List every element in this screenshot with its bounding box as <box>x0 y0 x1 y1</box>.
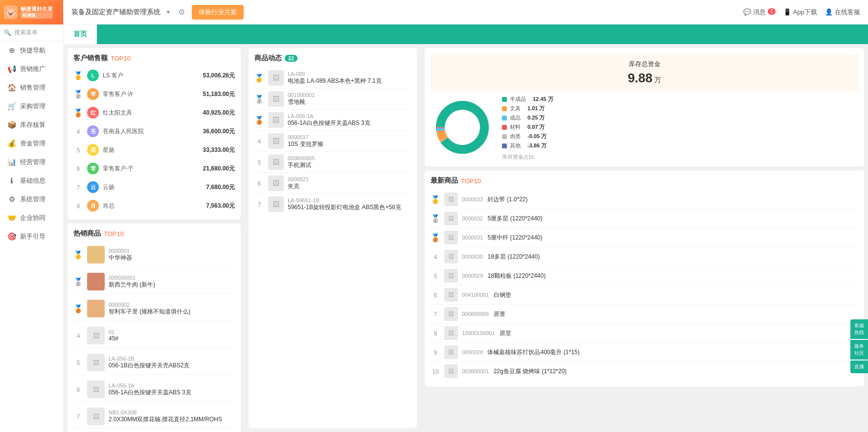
donut-container: 半成品 12.45 万 文具 1.01 万 成品 0.25 万 <box>431 96 858 161</box>
update-code: 0000021 <box>288 176 411 182</box>
app-download-btn[interactable]: 📱 App下载 <box>783 8 817 17</box>
hot-product-code: NB2.0X30B <box>109 409 222 415</box>
sidebar-item-finance[interactable]: 💰 资金管理 <box>0 134 63 153</box>
hot-goods-card: 热销商品 TOP10 🥇 0000001 中华神器 🥈 000500001 新西… <box>68 223 241 432</box>
rank-avatar: L <box>87 70 99 81</box>
legend-materials: 材料 0.07 万 <box>502 123 553 131</box>
update-medal: 🥉 <box>254 116 264 125</box>
rank-medal: 5 <box>73 145 83 154</box>
update-info: 0000017 10S 变扭罗猴 <box>288 134 411 148</box>
hot-product-info: 0000001 中华神器 <box>109 248 132 262</box>
latest-code: 0000030 <box>462 254 483 260</box>
sidebar-item-guide[interactable]: 🎯 新手引导 <box>0 227 63 246</box>
float-buttons: 客服热线 服务社区 直播 <box>850 319 868 373</box>
panel-left: 客户销售额 TOP10 🥇 L LS 客户 53,006.26元 🥈 零 零售客… <box>64 44 245 432</box>
latest-code: 004100001 <box>462 292 489 298</box>
update-thumb: 🖼 <box>268 112 284 128</box>
rank-amount: 7,563.00元 <box>206 202 235 210</box>
rank-amount: 7,680.00元 <box>206 183 235 192</box>
latest-medal: 🥈 <box>431 214 440 223</box>
sidebar-item-inventory[interactable]: 📦 库存核算 <box>0 116 63 134</box>
float-community[interactable]: 服务社区 <box>850 340 868 360</box>
rank-medal: 8 <box>73 201 83 210</box>
update-medal: 🥈 <box>254 95 264 104</box>
nav-home[interactable]: 首页 <box>64 24 97 44</box>
rank-medal: 🥉 <box>73 108 83 118</box>
rank-avatar: 零 <box>87 88 99 100</box>
online-service-btn[interactable]: 👤 在线客服 <box>825 8 860 17</box>
sidebar-nav: ⊕ 快捷导航 📢 营销推广 🏠 销售管理 🛒 采购管理 📦 库存核算 💰 资金管… <box>0 41 63 432</box>
hot-product-item: 🥇 0000001 中华神器 <box>73 243 235 267</box>
customer-rank-item: 7 云 云扬 7,680.00元 <box>73 179 235 195</box>
latest-info: 0000029 18颗粒板 (1220*2440) <box>462 272 858 280</box>
latest-thumb: 🖼 <box>444 364 458 378</box>
rank-name: 苍南县人民医院 <box>103 127 199 136</box>
sidebar-item-marketing[interactable]: 📢 营销推广 <box>0 60 63 78</box>
update-name: 电池盖 LA-089 ABS本色+黑种 7.1克 <box>288 77 411 85</box>
rank-medal: 🥈 <box>73 90 83 99</box>
sidebar-item-operations[interactable]: 📊 经营管理 <box>0 153 63 171</box>
hot-product-name: 中华神器 <box>109 254 132 262</box>
rank-medal: 4 <box>73 127 83 136</box>
latest-goods-item: 🥇 🖼 0000033 封边带 (1.0*22) <box>431 190 858 209</box>
inventory-card: 库存总资金 9.88 万 <box>425 48 864 167</box>
finance-icon: 💰 <box>7 139 16 148</box>
rank-avatar: 苍 <box>87 125 99 137</box>
update-info: 001000002 雪地靴 <box>288 92 411 106</box>
legend-other: 其他 -3.86 万 <box>502 142 553 149</box>
product-updates-card: 商品动态 22 🥇 🖼 LA-089 电池盖 LA-089 ABS本色+黑种 7… <box>249 48 417 428</box>
latest-medal: 7 <box>431 310 440 318</box>
latest-name: 原查 <box>494 311 505 317</box>
latest-medal: 5 <box>431 271 440 280</box>
inventory-total: 库存总资金 9.88 万 <box>431 54 858 92</box>
hot-product-item: 🥈 000500001 新西兰牛肉 (新牛) <box>73 270 235 294</box>
rank-medal: 6 <box>73 164 83 173</box>
trial-button[interactable]: 体验行业方案 <box>192 5 244 20</box>
latest-goods-list: 🥇 🖼 0000033 封边带 (1.0*22) 🥈 🖼 0000032 5厘多… <box>431 190 858 381</box>
hot-rank-medal: 4 <box>73 331 83 340</box>
notification-btn[interactable]: 💬 消息 6 <box>743 8 776 17</box>
product-updates-list: 🥇 🖼 LA-089 电池盖 LA-089 ABS本色+黑种 7.1克 🥈 🖼 … <box>254 68 411 215</box>
hot-product-item: 🥉 0000002 智利车子里 (规格不知道填什么) <box>73 297 235 321</box>
latest-info: 003800001 22g鱼豆腐·烧烤味 (1*12*20) <box>462 367 858 376</box>
topbar-gear-icon[interactable]: ⚙ <box>178 7 185 17</box>
sidebar-item-shortcuts[interactable]: ⊕ 快捷导航 <box>0 41 63 60</box>
rank-medal: 7 <box>73 183 83 192</box>
latest-goods-item: 10 🖼 003800001 22g鱼豆腐·烧烤味 (1*12*20) <box>431 362 858 381</box>
latest-name: 体械嘉核味苏打饮品400毫升 (1*15) <box>487 349 579 356</box>
customer-rank-list: 🥇 L LS 客户 53,006.26元 🥈 零 零售客户·许 51,183.0… <box>73 68 235 214</box>
rank-avatar: 云 <box>87 181 99 193</box>
notification-icon: 💬 <box>743 8 751 16</box>
product-update-item: 🥇 🖼 LA-089 电池盖 LA-089 ABS本色+黑种 7.1克 <box>254 68 411 89</box>
product-placeholder: 🖼 <box>87 408 105 425</box>
search-icon: 🔍 <box>4 29 11 36</box>
mobile-icon: 📱 <box>783 8 791 16</box>
latest-goods-item: 6 🖼 004100001 白钢垫 <box>431 286 858 305</box>
donut-chart <box>431 96 494 161</box>
product-updates-badge: 22 <box>285 55 297 62</box>
float-service[interactable]: 客服热线 <box>850 319 868 339</box>
latest-code: 0000033 <box>462 196 483 202</box>
legend-dot-materials <box>502 125 507 130</box>
sidebar-item-purchase[interactable]: 🛒 采购管理 <box>0 97 63 116</box>
rank-name: 零售客户·许 <box>103 90 199 98</box>
float-live[interactable]: 直播 <box>850 360 868 373</box>
sidebar-item-sales[interactable]: 🏠 销售管理 <box>0 78 63 97</box>
hot-product-item: 5 🖼 LA-056-1B 056-1B白色按键开关壳ABS2克 <box>73 351 235 375</box>
sales-icon: 🏠 <box>7 83 16 92</box>
sidebar-item-system[interactable]: ⚙ 系统管理 <box>0 190 63 209</box>
service-icon: 👤 <box>825 8 833 16</box>
latest-goods-item: 7 🖼 000800008 原查 <box>431 305 858 324</box>
sidebar-item-collab[interactable]: 🤝 企业协同 <box>0 209 63 227</box>
sidebar-item-basics[interactable]: ℹ 基础信息 <box>0 171 63 190</box>
update-code: 0000017 <box>288 134 411 140</box>
update-thumb: 🖼 <box>268 175 284 191</box>
rank-medal: 🥇 <box>73 71 83 80</box>
hot-goods-list: 🥇 0000001 中华神器 🥈 000500001 新西兰牛肉 (新牛) 🥉 … <box>73 243 235 432</box>
customer-rank-item: 6 零 零售客户·于 21,680.00元 <box>73 161 235 176</box>
topbar-dropdown-icon[interactable]: ▼ <box>165 9 171 16</box>
sidebar-search[interactable]: 🔍 搜索菜单 <box>0 24 63 41</box>
update-name: 59651-1B旋转投影灯电池盒 ABS黑色+58克 <box>288 203 411 212</box>
update-info: LA-056-1A 056-1A白色按键开关盖ABS 3克 <box>288 113 411 127</box>
latest-name: 原堂 <box>500 330 511 336</box>
